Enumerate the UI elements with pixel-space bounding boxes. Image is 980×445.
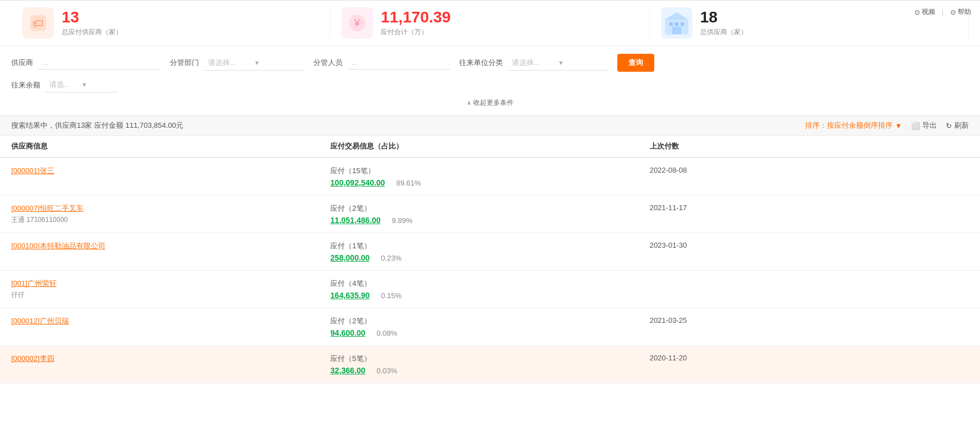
stat-icon-2: ¥ xyxy=(341,7,373,39)
refresh-button[interactable]: ↻ 刷新 xyxy=(946,120,969,131)
svg-text:🏷: 🏷 xyxy=(33,17,44,30)
stat-number-2: 11,170.39 xyxy=(381,10,451,25)
filter-item-dept: 分管部门 请选择... ▼ xyxy=(170,55,304,71)
supplier-cell-3: [000100]本特勒油品有限公司 xyxy=(11,241,330,251)
person-label: 分管人员 xyxy=(313,58,343,68)
category-label: 往来单位分类 xyxy=(459,58,503,68)
help-icon: ⊙ xyxy=(950,8,956,16)
filter-row-1: 供应商 分管部门 请选择... ▼ 分管人员 往来单位分类 请选择... ▼ xyxy=(11,54,969,72)
export-button[interactable]: ⬜ 导出 xyxy=(911,120,937,131)
table-row[interactable]: [000002]李四 应付（5笔） 32,366.00 0.03% 2020-1… xyxy=(0,346,980,383)
tx-cell-4: 应付（4笔） 164,635.90 0.15% xyxy=(330,279,649,300)
balance-select[interactable]: 请选... ▼ xyxy=(45,77,118,92)
header-actions: ⊙ 视频 | ⊙ 帮助 xyxy=(914,7,971,17)
results-bar: 搜索结果中，供应商13家 应付金额 111,703,854.00元 排序：按应付… xyxy=(0,116,980,136)
help-link[interactable]: ⊙ 帮助 xyxy=(950,7,971,17)
tx-amount-4[interactable]: 164,635.90 xyxy=(330,291,369,300)
table-row[interactable]: [000007]恒旺二手叉车 王通 17106110000 应付（2笔） 11,… xyxy=(0,196,980,233)
svg-rect-8 xyxy=(672,27,681,34)
tx-percent-2: 9.89% xyxy=(392,216,413,225)
tx-amount-2[interactable]: 11,051,486.00 xyxy=(330,216,381,225)
stat-icon-1: 🏷 xyxy=(22,7,54,39)
balance-label: 往来余额 xyxy=(11,80,40,90)
supplier-link-5[interactable]: [000012]广州贝瑞 xyxy=(11,316,330,326)
table-area: 供应商信息 应付交易信息（占比） 上次付数 [000001]张三 应付（15笔）… xyxy=(0,136,980,445)
person-input[interactable] xyxy=(347,56,450,69)
category-select[interactable]: 请选择... ▼ xyxy=(507,55,608,71)
supplier-label: 供应商 xyxy=(11,58,33,68)
stat-label-3: 总供应商（家） xyxy=(700,27,747,37)
tx-amount-3[interactable]: 258,000.00 xyxy=(330,253,369,262)
table-row[interactable]: [000012]广州贝瑞 应付（2笔） 94,600.00 0.08% 2021… xyxy=(0,308,980,346)
tx-percent-1: 89.61% xyxy=(396,179,421,187)
tx-cell-6: 应付（5笔） 32,366.00 0.03% xyxy=(330,354,649,375)
dept-select[interactable]: 请选择... ▼ xyxy=(204,55,304,71)
col-header-lastpay: 上次付数 xyxy=(650,141,969,151)
results-info: 搜索结果中，供应商13家 应付金额 111,703,854.00元 xyxy=(11,120,183,131)
filter-item-category: 往来单位分类 请选择... ▼ xyxy=(459,55,608,71)
filter-item-supplier: 供应商 xyxy=(11,56,161,69)
refresh-icon: ↻ xyxy=(946,122,952,130)
filter-item-balance: 往来余额 请选... ▼ xyxy=(11,77,118,92)
supplier-link-4[interactable]: [001]广州荣轩 xyxy=(11,279,330,289)
page-wrapper: 首页 3 ✕ 其他收入单 ✕ 应收应付调整单 ✕ 银行存取款单 ✕ 预收冲应收单… xyxy=(0,0,980,445)
query-button[interactable]: 查询 xyxy=(617,54,654,72)
last-pay-5: 2021-03-25 xyxy=(650,316,969,325)
svg-rect-5 xyxy=(669,22,673,26)
stat-info-2: 11,170.39 应付合计（万） xyxy=(381,10,451,37)
svg-rect-6 xyxy=(675,22,678,26)
tx-percent-4: 0.15% xyxy=(381,291,401,300)
last-pay-3: 2023-01-30 xyxy=(650,241,969,249)
last-pay-6: 2020-11-20 xyxy=(650,354,969,362)
supplier-cell-1: [000001]张三 xyxy=(11,166,330,176)
table-header: 供应商信息 应付交易信息（占比） 上次付数 xyxy=(0,136,980,158)
supplier-cell-6: [000002]李四 xyxy=(11,354,330,364)
stat-icon-3 xyxy=(661,7,692,39)
tx-cell-1: 应付（15笔） 100,092,540.00 89.61% xyxy=(330,166,649,187)
filter-item-person: 分管人员 xyxy=(313,56,450,69)
svg-marker-9 xyxy=(665,12,688,19)
stat-number-3: 18 xyxy=(700,10,747,25)
tx-cell-3: 应付（1笔） 258,000.00 0.23% xyxy=(330,241,649,262)
svg-rect-7 xyxy=(681,22,684,26)
last-pay-1: 2022-08-08 xyxy=(650,166,969,174)
tx-cell-5: 应付（2笔） 94,600.00 0.08% xyxy=(330,316,649,337)
collapse-arrow-icon: ∧ xyxy=(467,100,471,106)
col-header-tx: 应付交易信息（占比） xyxy=(330,141,649,151)
supplier-link-1[interactable]: [000001]张三 xyxy=(11,166,330,176)
tx-amount-5[interactable]: 94,600.00 xyxy=(330,328,365,337)
collapse-button[interactable]: ∧ 收起更多条件 xyxy=(467,98,514,108)
export-icon: ⬜ xyxy=(911,122,920,130)
tx-amount-6[interactable]: 32,366.00 xyxy=(330,366,365,375)
last-pay-2: 2021-11-17 xyxy=(650,203,969,212)
tx-percent-3: 0.23% xyxy=(381,254,401,262)
stat-number-1: 13 xyxy=(62,10,122,25)
tx-percent-6: 0.03% xyxy=(377,367,397,375)
table-row[interactable]: [001]广州荣轩 仔仔 应付（4笔） 164,635.90 0.15% xyxy=(0,271,980,308)
tx-percent-5: 0.08% xyxy=(377,329,397,337)
supplier-sub-2: 王通 17106110000 xyxy=(11,215,330,225)
supplier-input[interactable] xyxy=(38,56,161,69)
supplier-link-6[interactable]: [000002]李四 xyxy=(11,354,330,364)
tx-amount-1[interactable]: 100,092,540.00 xyxy=(330,178,385,187)
supplier-cell-4: [001]广州荣轩 仔仔 xyxy=(11,279,330,300)
svg-text:¥: ¥ xyxy=(354,17,360,29)
sort-arrow-icon: ▼ xyxy=(895,122,902,130)
supplier-link-3[interactable]: [000100]本特勒油品有限公司 xyxy=(11,241,330,251)
dept-label: 分管部门 xyxy=(170,58,199,68)
stat-info-3: 18 总供应商（家） xyxy=(700,10,747,37)
sort-select[interactable]: 排序：按应付余额倒序排序 ▼ xyxy=(805,120,902,131)
table-row[interactable]: [000001]张三 应付（15笔） 100,092,540.00 89.61%… xyxy=(0,158,980,196)
video-icon: ⊙ xyxy=(914,8,920,16)
tx-cell-2: 应付（2笔） 11,051,486.00 9.89% xyxy=(330,203,649,225)
video-link[interactable]: ⊙ 视频 xyxy=(914,7,935,17)
supplier-link-2[interactable]: [000007]恒旺二手叉车 xyxy=(11,203,330,214)
supplier-cell-5: [000012]广州贝瑞 xyxy=(11,316,330,326)
table-row[interactable]: [000100]本特勒油品有限公司 应付（1笔） 258,000.00 0.23… xyxy=(0,233,980,271)
col-header-supplier: 供应商信息 xyxy=(11,141,330,151)
filter-area: 供应商 分管部门 请选择... ▼ 分管人员 往来单位分类 请选择... ▼ xyxy=(0,46,980,116)
stat-label-2: 应付合计（万） xyxy=(381,27,451,37)
stat-label-1: 总应付供应商（家） xyxy=(62,27,122,37)
filter-row-2: 往来余额 请选... ▼ xyxy=(11,77,969,92)
dept-arrow-icon: ▼ xyxy=(254,59,300,66)
